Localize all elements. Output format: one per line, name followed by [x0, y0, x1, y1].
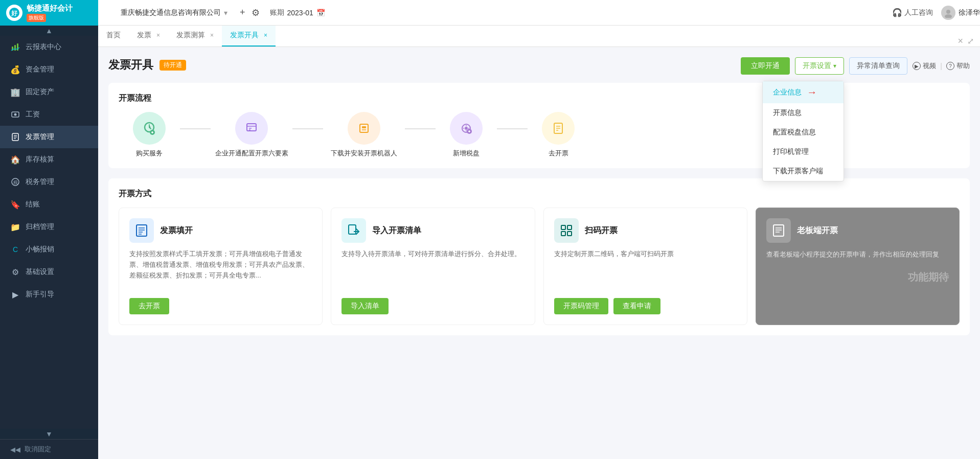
dropdown-item-printer[interactable]: 打印机管理: [763, 142, 844, 162]
download-icon: [348, 112, 380, 145]
boss-pending-text: 功能期待: [766, 270, 949, 284]
manual-fill-go-button[interactable]: 去开票: [129, 298, 169, 314]
consult-label: 人工咨询: [904, 8, 933, 17]
scan-title: 扫码开票: [585, 225, 618, 236]
tab-invoice-issue-close[interactable]: ×: [264, 32, 267, 39]
sidebar-item-label: 发票管理: [26, 132, 54, 142]
app-badge: 旗舰版: [27, 14, 46, 22]
cancel-fixed-icon: ◀◀: [10, 446, 20, 453]
scan-footer: 开票码管理 查看申请: [554, 298, 737, 314]
boss-desc: 查看老板端小程序提交的开票申请，并作出相应的处理回复: [766, 249, 949, 260]
sidebar-cancel-fixed[interactable]: ◀◀ 取消固定: [0, 439, 98, 459]
company-name: 重庆畅捷交通信息咨询有限公司: [121, 8, 221, 17]
status-badge: 待开通: [159, 60, 186, 71]
settings-icon[interactable]: ⚙: [252, 7, 260, 18]
svg-rect-5: [14, 45, 16, 51]
sidebar-item-basic[interactable]: ⚙ 基础设置: [0, 261, 98, 283]
tab-invoice-label: 发票: [137, 31, 151, 40]
sidebar-item-xiaochang[interactable]: C 小畅报销: [0, 238, 98, 261]
add-icon[interactable]: +: [240, 7, 245, 18]
salary-icon: [10, 109, 20, 120]
chevron-down-icon[interactable]: ▾: [224, 9, 227, 17]
invoice-icon: [10, 132, 20, 142]
sidebar-item-fund[interactable]: 💰 资金管理: [0, 58, 98, 81]
activate-button[interactable]: 立即开通: [741, 57, 790, 75]
dropdown-item-download-client[interactable]: 下载开票客户端: [763, 162, 844, 181]
tax-icon: 税: [10, 177, 20, 187]
consult-button[interactable]: 🎧 人工咨询: [892, 8, 933, 17]
method-scan: 扫码开票 支持定制开票二维码，客户端可扫码开票 开票码管理 查看申请: [543, 208, 747, 325]
sidebar-item-guide[interactable]: ▶ 新手引导: [0, 283, 98, 306]
period-selector[interactable]: 账期 2023-01 📅: [270, 8, 325, 17]
flow-step-tax-label: 新增税盘: [453, 149, 480, 158]
sidebar-item-label: 工资: [26, 110, 40, 119]
sidebar-item-salary[interactable]: 工资: [0, 103, 98, 126]
svg-rect-39: [567, 225, 572, 230]
sidebar-item-label: 税务管理: [26, 177, 54, 187]
sidebar-item-label: 云报表中心: [26, 42, 61, 52]
tab-invoice-calc[interactable]: 发票测算 ×: [168, 26, 222, 47]
tab-invoice-close[interactable]: ×: [156, 32, 160, 39]
calendar-icon[interactable]: 📅: [316, 9, 325, 17]
tab-invoice[interactable]: 发票 ×: [129, 26, 168, 47]
method-import-list: 导入开票清单 支持导入待开票清单，可对待开票清单进行拆分、合并处理。 导入清单: [331, 208, 535, 325]
tab-invoice-issue[interactable]: 发票开具 ×: [222, 26, 276, 47]
buy-service-icon: [133, 112, 166, 145]
settings-button[interactable]: 开票设置 ▾: [795, 57, 844, 75]
sidebar-item-settlement[interactable]: 🔖 结账: [0, 193, 98, 216]
sidebar-item-inventory[interactable]: 🏠 库存核算: [0, 148, 98, 171]
svg-rect-42: [773, 225, 784, 236]
tab-invoice-issue-label: 发票开具: [230, 31, 259, 40]
view-apply-button[interactable]: 查看申请: [613, 298, 660, 314]
video-button[interactable]: ▶ 视频: [913, 61, 936, 71]
page-content: 发票开具 待开通 立即开通 开票设置 ▾ 企业信息: [98, 47, 980, 459]
sidebar-scroll-down[interactable]: ▼: [0, 429, 98, 439]
sidebar-item-cloud-report[interactable]: 云报表中心: [0, 36, 98, 58]
flow-divider-4: [497, 128, 528, 129]
cloud-report-icon: [10, 42, 20, 52]
abnormal-button[interactable]: 异常清单查询: [849, 57, 907, 75]
sidebar: ▲ 云报表中心 💰 资金管理 🏢 固定资产: [0, 26, 98, 459]
guide-icon: ▶: [10, 289, 20, 300]
sidebar-scroll-up[interactable]: ▲: [0, 26, 98, 36]
divider: |: [940, 62, 942, 70]
tab-close-all-icon[interactable]: ×: [958, 36, 963, 47]
sidebar-item-invoice[interactable]: 发票管理: [0, 126, 98, 148]
svg-point-25: [465, 127, 468, 130]
flow-step-config-label: 企业开通配置开票六要素: [215, 149, 288, 158]
svg-rect-6: [17, 43, 18, 51]
dropdown-item-company-info[interactable]: 企业信息 →: [763, 81, 844, 103]
settings-chevron-icon: ▾: [833, 62, 836, 70]
sidebar-item-tax[interactable]: 税 税务管理: [0, 171, 98, 193]
app-title: 畅捷通好会计: [27, 4, 73, 13]
tab-expand-icon[interactable]: ⤢: [967, 36, 974, 46]
dropdown-item-tax-config[interactable]: 配置税盘信息: [763, 123, 844, 142]
svg-rect-36: [349, 225, 356, 234]
settlement-icon: 🔖: [10, 199, 20, 210]
user-menu[interactable]: 徐泽华: [941, 6, 980, 20]
help-button[interactable]: ? 帮助: [946, 61, 970, 71]
scan-desc: 支持定制开票二维码，客户端可扫码开票: [554, 249, 737, 290]
issue-icon: [542, 112, 575, 145]
dropdown-download-client-label: 下载开票客户端: [773, 167, 823, 175]
sidebar-item-label: 基础设置: [26, 267, 54, 277]
flow-step-issue: 去开票: [528, 112, 589, 158]
sidebar-item-fixed-asset[interactable]: 🏢 固定资产: [0, 81, 98, 103]
video-label: 视频: [923, 61, 936, 71]
tab-invoice-calc-close[interactable]: ×: [210, 32, 214, 39]
sidebar-item-label: 结账: [26, 200, 40, 209]
import-list-button[interactable]: 导入清单: [341, 298, 389, 314]
methods-section: 开票方式 发票填开 支持按照发票样式手工填开发票；可开具增值税电子普通发票、增值…: [108, 178, 970, 335]
manual-fill-desc: 支持按照发票样式手工填开发票；可开具增值税电子普通发票、增值税普通发票、增值税专…: [129, 249, 312, 290]
tab-home[interactable]: 首页: [98, 26, 129, 47]
sidebar-item-archive[interactable]: 📁 归档管理: [0, 216, 98, 238]
sidebar-item-label: 资金管理: [26, 65, 54, 74]
svg-point-8: [14, 113, 17, 116]
fund-icon: 💰: [10, 64, 20, 75]
company-selector[interactable]: 重庆畅捷交通信息咨询有限公司 ▾: [115, 6, 234, 19]
dropdown-item-invoice-info[interactable]: 开票信息: [763, 103, 844, 123]
method-boss: 老板端开票 查看老板端小程序提交的开票申请，并作出相应的处理回复 功能期待: [756, 208, 960, 325]
sidebar-item-label: 固定资产: [26, 87, 54, 97]
import-footer: 导入清单: [341, 298, 524, 314]
qrcode-manage-button[interactable]: 开票码管理: [554, 298, 608, 314]
